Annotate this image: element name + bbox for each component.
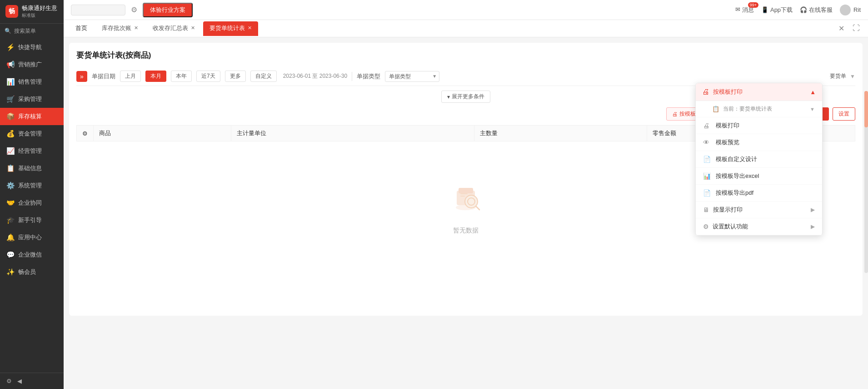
app-logo-icon: 畅 [5, 5, 18, 18]
sidebar-item-basic[interactable]: 📋 基础信息 [0, 160, 64, 177]
template-print-icon: 🖨 [703, 122, 712, 129]
messages-btn[interactable]: ✉ 消息 99+ [735, 6, 754, 14]
dropdown-header-left: 🖨 按模板打印 [702, 88, 743, 96]
search-icon: 🔍 [5, 28, 11, 34]
svg-rect-6 [460, 193, 468, 194]
operation-icon: 📈 [6, 147, 15, 155]
dropdown-item-template-preview[interactable]: 👁 模板预览 [696, 134, 822, 151]
type-label: 单据类型 [357, 72, 380, 81]
sidebar-item-sales[interactable]: 📊 销售管理 [0, 73, 64, 91]
sales-icon: 📊 [6, 78, 15, 86]
app-logo-text: 畅康通好生意 标准版 [22, 5, 57, 19]
template-design-icon: 📄 [703, 156, 712, 163]
quicknav-icon: ⚡ [6, 43, 15, 51]
sidebar-item-quicknav[interactable]: ⚡ 快捷导航 [0, 39, 64, 56]
date-btn-last-month[interactable]: 上月 [120, 71, 141, 82]
right-scrollbar[interactable] [864, 91, 868, 273]
marketing-icon: 📢 [6, 61, 15, 69]
template-preview-icon: 👁 [703, 139, 712, 146]
sidebar-item-wechat[interactable]: 💬 企业微信 [0, 246, 64, 263]
member-icon: ✨ [6, 268, 15, 276]
filter-toggle-btn[interactable]: » [76, 71, 87, 82]
online-service-btn[interactable]: 🎧 在线客服 [800, 6, 833, 14]
tab-batch-close[interactable]: ✕ [134, 25, 138, 31]
tab-order-stats[interactable]: 要货单统计表 ✕ [203, 21, 258, 36]
date-btn-this-year[interactable]: 本年 [171, 71, 192, 82]
sidebar-logo: 畅 畅康通好生意 标准版 [0, 0, 64, 24]
tab-collection-close[interactable]: ✕ [191, 25, 195, 31]
empty-illustration [448, 178, 484, 221]
topbar: ⚙ 体验行业方案 ✉ 消息 99+ 📱 App下载 🎧 在线客服 Rit [64, 0, 868, 20]
tab-bar-close-btn[interactable]: ✕ [836, 23, 847, 34]
export-excel-icon: 📊 [703, 172, 712, 180]
collapse-icon[interactable]: ◀ [17, 378, 22, 384]
sidebar-item-marketing[interactable]: 📢 营销推广 [0, 56, 64, 73]
export-pdf-icon: 📄 [703, 189, 712, 197]
sidebar-item-inventory[interactable]: 📦 库存核算 [0, 108, 64, 125]
svg-rect-2 [459, 188, 473, 193]
set-default-arrow: ▶ [811, 223, 815, 230]
tabs-bar-right: ✕ ⛶ [836, 23, 863, 34]
date-label: 单据日期 [92, 72, 115, 81]
dropdown-item-export-pdf[interactable]: 📄 按模板导出pdf [696, 185, 822, 202]
promo-button[interactable]: 体验行业方案 [143, 3, 193, 17]
date-btn-this-month[interactable]: 本月 [145, 71, 166, 82]
sidebar-item-member[interactable]: ✨ 畅会员 [0, 263, 64, 281]
print-dropdown: 🖨 按模板打印 ▲ 📋 当前：要货单统计表 ▼ 🖨 模板打印 👁 [695, 83, 823, 236]
sidebar-item-appstore[interactable]: 🔔 应用中心 [0, 229, 64, 246]
sidebar-search[interactable]: 🔍 搜索菜单 [0, 24, 64, 39]
tab-order-stats-close[interactable]: ✕ [248, 25, 252, 31]
sidebar-item-purchase[interactable]: 🛒 采购管理 [0, 91, 64, 108]
tab-batch[interactable]: 库存批次账 ✕ [95, 21, 145, 36]
settings-icon[interactable]: ⚙ [6, 378, 12, 384]
main-area: ⚙ 体验行业方案 ✉ 消息 99+ 📱 App下载 🎧 在线客服 Rit [64, 0, 868, 389]
appstore-icon: 🔔 [6, 233, 15, 242]
date-btn-custom[interactable]: 自定义 [250, 71, 277, 82]
user-menu[interactable]: Rit [840, 5, 861, 15]
avatar [840, 5, 851, 15]
topbar-search-input[interactable] [71, 5, 125, 15]
tab-bar-expand-btn[interactable]: ⛶ [850, 23, 863, 34]
dropdown-item-template-print[interactable]: 🖨 模板打印 [696, 117, 822, 134]
dropdown-item-export-excel[interactable]: 📊 按模板导出excel [696, 168, 822, 185]
topbar-right: ✉ 消息 99+ 📱 App下载 🎧 在线客服 Rit [735, 5, 861, 15]
settings-table-btn[interactable]: 设置 [833, 107, 855, 121]
dropdown-up-chevron[interactable]: ▲ [810, 89, 816, 96]
col-settings[interactable]: ⚙ [77, 126, 94, 141]
svg-rect-7 [460, 196, 465, 197]
display-print-arrow: ▶ [811, 207, 815, 213]
order-type-tag: 要货单 [830, 72, 846, 80]
tab-collection[interactable]: 收发存汇总表 ✕ [146, 21, 201, 36]
sidebar-item-finance[interactable]: 💰 资金管理 [0, 125, 64, 142]
date-btn-7days[interactable]: 近7天 [196, 71, 220, 82]
set-default-left: ⚙ 设置默认功能 [703, 222, 748, 231]
sidebar-item-newbie[interactable]: 🎓 新手引导 [0, 212, 64, 229]
sidebar-item-collab[interactable]: 🤝 企业协同 [0, 194, 64, 212]
type-select[interactable]: 单据类型 [385, 71, 439, 82]
sidebar-item-system[interactable]: ⚙️ 系统管理 [0, 177, 64, 194]
current-chevron[interactable]: ▼ [810, 106, 815, 112]
dropdown-header-actions: ▲ [810, 89, 816, 96]
app-download-btn[interactable]: 📱 App下载 [761, 6, 793, 14]
date-btn-more[interactable]: 更多 [225, 71, 246, 82]
dropdown-sub-set-default[interactable]: ⚙ 设置默认功能 ▶ [696, 218, 822, 235]
newbie-icon: 🎓 [6, 216, 15, 224]
dropdown-item-template-design[interactable]: 📄 模板自定义设计 [696, 151, 822, 168]
finance-icon: 💰 [6, 130, 15, 138]
page-title: 要货单统计表(按商品) [76, 50, 855, 61]
dropdown-current-item: 📋 当前：要货单统计表 ▼ [696, 101, 822, 117]
message-icon: ✉ [735, 6, 740, 14]
filter-type-dropdown-arrow[interactable]: ▼ [850, 73, 855, 80]
dropdown-sub-display-print[interactable]: 🖥 按显示打印 ▶ [696, 202, 822, 218]
tab-home[interactable]: 首页 [69, 21, 94, 36]
tabs-bar: 首页 库存批次账 ✕ 收发存汇总表 ✕ 要货单统计表 ✕ ✕ ⛶ [64, 20, 868, 37]
date-range-display: 2023-06-01 至 2023-06-30 [283, 72, 347, 80]
collab-icon: 🤝 [6, 199, 15, 207]
filter-divider [352, 72, 352, 81]
current-template-icon: 📋 [712, 106, 719, 112]
expand-more-btn[interactable]: ▾ 展开更多条件 [441, 91, 490, 103]
topbar-gear-icon[interactable]: ⚙ [131, 5, 137, 14]
empty-text: 暂无数据 [453, 227, 479, 235]
dropdown-header: 🖨 按模板打印 ▲ [696, 83, 822, 101]
sidebar-item-operation[interactable]: 📈 经营管理 [0, 142, 64, 160]
